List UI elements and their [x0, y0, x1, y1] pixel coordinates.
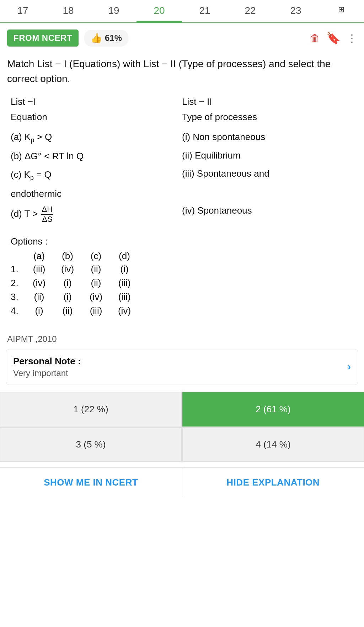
- list2-item-iv: (iv) Spontaneous: [182, 203, 353, 218]
- option-row-2[interactable]: 2. (iv) (i) (ii) (iii): [11, 278, 353, 289]
- answer-options-grid: 1 (22 %) 2 (61 %) 3 (5 %) 4 (14 %): [0, 392, 364, 462]
- list2-item-ii: (ii) Equilibrium: [182, 148, 353, 163]
- question-content: Match List − I (Equations) with List − I…: [0, 53, 364, 331]
- header-bar: FROM NCERT 👍 61% 🗑 🔖 ⋮: [0, 23, 364, 53]
- tab-22[interactable]: 22: [228, 0, 273, 22]
- options-label: Options :: [11, 236, 353, 247]
- show-in-ncert-button[interactable]: SHOW ME IN NCERT: [0, 468, 182, 497]
- personal-note[interactable]: Personal Note : Very important ›: [6, 349, 358, 385]
- list1-header2: Equation: [11, 110, 182, 124]
- list1-item-d: (d) T > ΔH ΔS: [11, 205, 182, 224]
- answer-option-4[interactable]: 4 (14 %): [182, 427, 364, 462]
- list2-header2: Type of processes: [182, 110, 353, 124]
- list2-item-i: (i) Non spontaneous: [182, 130, 353, 145]
- personal-note-title: Personal Note :: [13, 356, 348, 367]
- tab-21[interactable]: 21: [182, 0, 228, 22]
- tab-19[interactable]: 19: [91, 0, 136, 22]
- option-row-1[interactable]: 1. (iii) (iv) (ii) (i): [11, 264, 353, 275]
- more-options-icon[interactable]: ⋮: [347, 32, 357, 44]
- tab-20[interactable]: 20: [136, 0, 182, 22]
- header-actions: 🗑 🔖 ⋮: [310, 31, 357, 45]
- grid-view-icon[interactable]: ⊞: [318, 0, 364, 22]
- tab-23[interactable]: 23: [273, 0, 318, 22]
- fraction-dh-ds: ΔH ΔS: [41, 205, 54, 224]
- tab-17[interactable]: 17: [0, 0, 46, 22]
- bookmark-icon[interactable]: 🔖: [326, 31, 341, 45]
- tab-18[interactable]: 18: [46, 0, 91, 22]
- option-row-3[interactable]: 3. (ii) (i) (iv) (iii): [11, 291, 353, 302]
- question-text: Match List − I (Equations) with List − I…: [7, 57, 357, 86]
- options-header-row: (a) (b) (c) (d): [11, 251, 353, 262]
- answer-option-3[interactable]: 3 (5 %): [0, 427, 182, 462]
- list1-item-a: (a) Kp > Q: [11, 130, 182, 145]
- list-table: List −I Equation (a) Kp > Q (b) ΔG° < RT…: [7, 95, 357, 227]
- list-2-col: List − II Type of processes (i) Non spon…: [182, 95, 353, 227]
- list2-header1: List − II: [182, 95, 353, 109]
- list-1-col: List −I Equation (a) Kp > Q (b) ΔG° < RT…: [11, 95, 182, 227]
- source-label: AIPMT ,2010: [0, 331, 364, 349]
- delete-icon[interactable]: 🗑: [310, 32, 320, 44]
- answer-option-1[interactable]: 1 (22 %): [0, 392, 182, 427]
- bottom-buttons: SHOW ME IN NCERT HIDE EXPLANATION: [0, 467, 364, 497]
- like-badge[interactable]: 👍 61%: [84, 30, 128, 47]
- list2-item-iii: (iii) Spontaneous and: [182, 166, 353, 181]
- list1-header1: List −I: [11, 95, 182, 109]
- hide-explanation-button[interactable]: HIDE EXPLANATION: [182, 468, 364, 497]
- personal-note-text: Very important: [13, 368, 348, 378]
- list1-item-c: (c) Kp = Q: [11, 167, 182, 183]
- options-section: Options : (a) (b) (c) (d) 1. (iii) (iv) …: [7, 236, 357, 316]
- thumbs-up-icon: 👍: [91, 33, 102, 44]
- list1-item-b: (b) ΔG° < RT ln Q: [11, 149, 182, 164]
- tab-bar: 17 18 19 20 21 22 23 ⊞: [0, 0, 364, 23]
- answer-option-2[interactable]: 2 (61 %): [182, 392, 364, 427]
- chevron-right-icon: ›: [348, 361, 351, 373]
- list1-item-endothermic: endothermic: [11, 187, 182, 202]
- option-row-4[interactable]: 4. (i) (ii) (iii) (iv): [11, 305, 353, 316]
- from-ncert-badge: FROM NCERT: [7, 30, 79, 47]
